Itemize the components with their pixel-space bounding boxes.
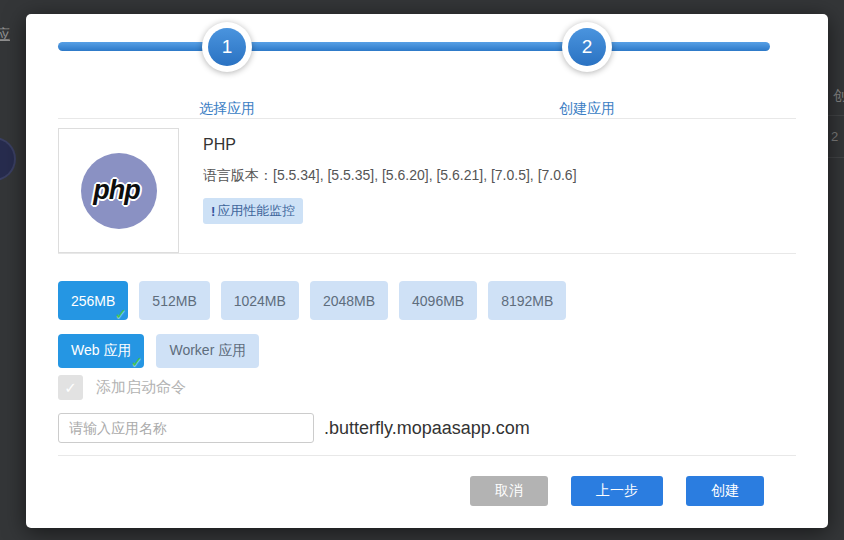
versions-label: 语言版本：: [203, 167, 273, 183]
memory-option-256mb[interactable]: 256MB ✓: [58, 281, 128, 320]
divider: [58, 455, 796, 456]
php-logo-icon: php: [81, 153, 157, 229]
memory-option-2048mb[interactable]: 2048MB: [310, 281, 388, 320]
startup-command-checkbox[interactable]: ✓: [58, 375, 83, 400]
create-app-modal: 1 选择应用 2 创建应用 php PHP 语言版本：[5.5.34], [5.…: [26, 14, 828, 528]
divider: [58, 118, 796, 119]
app-logo-box: php: [58, 128, 179, 253]
app-title: PHP: [203, 136, 577, 154]
step-2-circle: 2: [568, 28, 606, 66]
php-logo-text: php: [93, 175, 143, 206]
step-1-circle: 1: [208, 28, 246, 66]
cancel-button[interactable]: 取消: [470, 476, 548, 506]
app-name-input[interactable]: [58, 413, 314, 443]
memory-option-4096mb[interactable]: 4096MB: [399, 281, 477, 320]
performance-monitor-badge: ! 应用性能监控: [203, 198, 303, 224]
stepper: 1 选择应用 2 创建应用: [26, 14, 828, 118]
step-2-label: 创建应用: [559, 100, 615, 118]
selected-check-icon: ✓: [115, 305, 128, 323]
app-versions: 语言版本：[5.5.34], [5.5.35], [5.6.20], [5.6.…: [203, 167, 577, 185]
background-logo-circle: [0, 139, 14, 179]
create-button[interactable]: 创建: [686, 476, 764, 506]
app-type-label: Web 应用: [71, 342, 131, 358]
app-type-options: Web 应用 ✓ Worker 应用: [58, 334, 796, 368]
badge-label: 应用性能监控: [217, 202, 295, 220]
app-type-option-web[interactable]: Web 应用 ✓: [58, 334, 144, 368]
memory-options: 256MB ✓ 512MB 1024MB 2048MB 4096MB 8192M…: [58, 281, 796, 320]
stepper-progress-bar: [58, 42, 770, 51]
background-divider-fragment: [828, 115, 844, 116]
app-info: PHP 语言版本：[5.5.34], [5.5.35], [5.6.20], […: [203, 128, 577, 253]
background-page-text-fragment: 应: [0, 26, 10, 44]
divider: [58, 253, 796, 254]
background-divider-fragment: [828, 157, 844, 158]
background-page-text-fragment: 2: [831, 129, 838, 144]
memory-option-1024mb[interactable]: 1024MB: [221, 281, 299, 320]
step-2-ring: 2: [562, 22, 612, 72]
app-name-row: .butterfly.mopaasapp.com: [58, 413, 796, 443]
memory-option-8192mb[interactable]: 8192MB: [488, 281, 566, 320]
selected-check-icon: ✓: [131, 353, 144, 371]
domain-suffix: .butterfly.mopaasapp.com: [324, 418, 530, 439]
modal-footer: 取消 上一步 创建: [58, 476, 764, 506]
memory-option-label: 256MB: [71, 293, 115, 309]
step-1-ring: 1: [202, 22, 252, 72]
app-type-option-worker[interactable]: Worker 应用: [156, 334, 259, 368]
versions-list: [5.5.34], [5.5.35], [5.6.20], [5.6.21], …: [273, 167, 577, 183]
startup-command-label: 添加启动命令: [96, 378, 186, 397]
selected-app-card: php PHP 语言版本：[5.5.34], [5.5.35], [5.6.20…: [58, 128, 796, 253]
previous-step-button[interactable]: 上一步: [571, 476, 663, 506]
startup-command-row: ✓ 添加启动命令: [58, 375, 796, 400]
step-1-label: 选择应用: [199, 100, 255, 118]
background-page-text-fragment: 创: [833, 87, 844, 105]
memory-option-512mb[interactable]: 512MB: [139, 281, 209, 320]
performance-monitor-icon: !: [211, 204, 215, 219]
